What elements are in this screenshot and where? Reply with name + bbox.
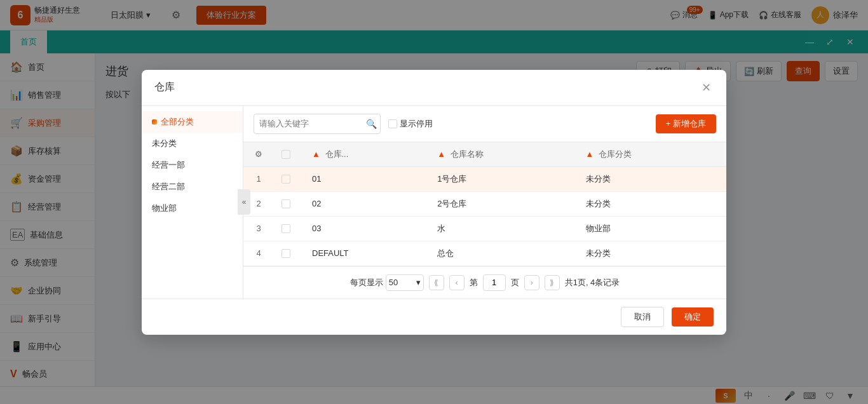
cat-label: 全部分类 xyxy=(161,116,194,128)
page-last-button[interactable]: ⟫ xyxy=(545,275,560,290)
search-input[interactable] xyxy=(259,119,366,128)
per-page-label: 每页显示 xyxy=(350,277,383,288)
prev-page-icon: ‹ xyxy=(456,278,458,287)
row-category: 未分类 xyxy=(578,191,726,216)
cat-item-all[interactable]: 全部分类 xyxy=(142,111,243,133)
col-category: ▲ 仓库分类 xyxy=(578,142,726,167)
col-settings: ⚙ xyxy=(243,142,274,167)
confirm-button[interactable]: 确定 xyxy=(672,307,714,327)
category-sidebar: 全部分类 未分类 经营一部 经营二部 物业部 « xyxy=(142,106,243,299)
collapse-icon: « xyxy=(242,198,247,206)
search-box: 🔍 xyxy=(254,114,381,134)
col-code: ▲ 仓库... xyxy=(304,142,430,167)
modal-toolbar: 🔍 显示停用 + 新增仓库 xyxy=(243,106,726,142)
cat-label: 经营一部 xyxy=(152,159,185,171)
sort-icon3: ▲ xyxy=(586,149,594,159)
row-num: 3 xyxy=(243,216,274,241)
sort-icon2: ▲ xyxy=(437,149,445,159)
cat-item-uncategorized[interactable]: 未分类 xyxy=(142,133,243,154)
cat-dot-icon xyxy=(152,119,157,125)
page-input[interactable] xyxy=(483,274,506,291)
show-disabled-checkbox[interactable] xyxy=(388,119,397,128)
per-page-dropdown[interactable]: 50 ▾ xyxy=(386,274,424,291)
cancel-button[interactable]: 取消 xyxy=(621,307,664,327)
row-code: 01 xyxy=(304,166,430,191)
row-name: 2号仓库 xyxy=(430,191,578,216)
row-num: 4 xyxy=(243,241,274,266)
cat-item-ops1[interactable]: 经营一部 xyxy=(142,154,243,176)
row-name: 总仓 xyxy=(430,241,578,266)
row-select-checkbox[interactable] xyxy=(281,175,290,184)
row-name: 水 xyxy=(430,216,578,241)
row-num: 1 xyxy=(243,166,274,191)
cat-collapse-button[interactable]: « xyxy=(238,189,250,215)
row-code: 03 xyxy=(304,216,430,241)
row-select-checkbox[interactable] xyxy=(281,224,290,233)
page-first-button[interactable]: ⟪ xyxy=(429,275,444,290)
row-checkbox[interactable] xyxy=(274,241,304,266)
last-page-icon: ⟫ xyxy=(550,278,554,287)
row-checkbox[interactable] xyxy=(274,216,304,241)
page-label: 第 xyxy=(470,277,478,288)
cat-item-property[interactable]: 物业部 xyxy=(142,198,243,219)
modal-close-button[interactable]: ✕ xyxy=(698,80,714,95)
warehouse-modal: 仓库 ✕ 全部分类 未分类 经营一部 经营二部 xyxy=(142,70,726,335)
show-disabled-label[interactable]: 显示停用 xyxy=(388,118,433,130)
table-row[interactable]: 1 01 1号仓库 未分类 xyxy=(243,166,726,191)
row-select-checkbox[interactable] xyxy=(281,199,290,208)
modal-footer: 取消 确定 xyxy=(142,299,726,335)
per-page-select: 每页显示 50 ▾ xyxy=(350,274,424,291)
pagination: 每页显示 50 ▾ ⟪ ‹ 第 页 xyxy=(243,266,726,299)
page-next-button[interactable]: › xyxy=(524,275,539,290)
row-name: 1号仓库 xyxy=(430,166,578,191)
table-header-row: ⚙ ▲ 仓库... ▲ xyxy=(243,142,726,167)
row-code: DEFAULT xyxy=(304,241,430,266)
table-wrapper: ⚙ ▲ 仓库... ▲ xyxy=(243,142,726,266)
cat-item-ops2[interactable]: 经营二部 xyxy=(142,176,243,198)
modal-title: 仓库 xyxy=(154,81,175,94)
cat-label: 物业部 xyxy=(152,203,177,214)
row-checkbox[interactable] xyxy=(274,191,304,216)
next-page-icon: › xyxy=(531,278,533,287)
first-page-icon: ⟪ xyxy=(434,278,438,287)
col-settings-icon[interactable]: ⚙ xyxy=(255,149,262,159)
sort-icon: ▲ xyxy=(312,149,320,159)
row-category: 未分类 xyxy=(578,166,726,191)
table-row[interactable]: 2 02 2号仓库 未分类 xyxy=(243,191,726,216)
page-suffix: 页 xyxy=(511,277,519,288)
dropdown-arrow: ▾ xyxy=(416,278,421,287)
col-checkbox xyxy=(274,142,304,167)
row-code: 02 xyxy=(304,191,430,216)
col-name: ▲ 仓库名称 xyxy=(430,142,578,167)
row-category: 物业部 xyxy=(578,216,726,241)
total-info: 共1页, 4条记录 xyxy=(565,277,620,288)
modal-main: 🔍 显示停用 + 新增仓库 ⚙ xyxy=(243,106,726,299)
row-checkbox[interactable] xyxy=(274,166,304,191)
select-all-checkbox[interactable] xyxy=(281,150,290,159)
table-row[interactable]: 4 DEFAULT 总仓 未分类 xyxy=(243,241,726,266)
cat-label: 未分类 xyxy=(152,138,177,149)
add-warehouse-button[interactable]: + 新增仓库 xyxy=(656,114,716,133)
cat-label: 经营二部 xyxy=(152,181,185,192)
modal-body: 全部分类 未分类 经营一部 经营二部 物业部 « xyxy=(142,106,726,299)
modal-header: 仓库 ✕ xyxy=(142,70,726,106)
close-icon: ✕ xyxy=(702,81,711,95)
table-row[interactable]: 3 03 水 物业部 xyxy=(243,216,726,241)
modal-overlay: 仓库 ✕ 全部分类 未分类 经营一部 经营二部 xyxy=(0,0,868,404)
search-icon[interactable]: 🔍 xyxy=(366,119,377,129)
row-select-checkbox[interactable] xyxy=(281,249,290,258)
page-prev-button[interactable]: ‹ xyxy=(449,275,465,290)
warehouse-table: ⚙ ▲ 仓库... ▲ xyxy=(243,142,726,266)
row-category: 未分类 xyxy=(578,241,726,266)
